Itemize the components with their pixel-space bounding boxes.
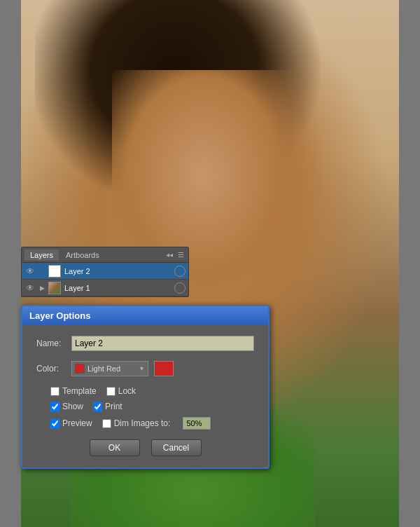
side-panel-right bbox=[399, 0, 420, 527]
name-row: Name: bbox=[36, 336, 254, 351]
preview-checkbox-item[interactable]: Preview bbox=[50, 418, 92, 428]
lock-checkbox[interactable] bbox=[106, 387, 115, 396]
layer-thumbnail bbox=[48, 282, 61, 294]
layer-name: Layer 2 bbox=[63, 267, 172, 275]
layer-row[interactable]: 👁 ▶ Layer 1 bbox=[22, 280, 188, 296]
lock-checkbox-item[interactable]: Lock bbox=[106, 386, 136, 396]
checkbox-row-show-print: Show Print bbox=[36, 402, 254, 411]
print-checkbox-item[interactable]: Print bbox=[93, 402, 122, 411]
template-checkbox-item[interactable]: Template bbox=[50, 386, 97, 396]
layers-panel-tabs: Layers Artboards bbox=[24, 249, 105, 261]
tab-artboards[interactable]: Artboards bbox=[60, 249, 105, 261]
layer-name-input[interactable] bbox=[71, 336, 254, 351]
layer-expand-icon[interactable]: ▶ bbox=[38, 284, 46, 292]
name-label: Name: bbox=[36, 338, 66, 348]
dialog-title: Layer Options bbox=[29, 310, 90, 321]
dialog-buttons: OK Cancel bbox=[36, 439, 254, 459]
layer-target-button[interactable] bbox=[174, 266, 186, 277]
preview-label: Preview bbox=[62, 418, 92, 428]
layers-panel-header: Layers Artboards ◂◂ ☰ bbox=[22, 247, 188, 263]
dim-images-label: Dim Images to: bbox=[114, 418, 171, 428]
color-label: Color: bbox=[36, 364, 66, 374]
template-label: Template bbox=[62, 386, 97, 396]
layer-panel-controls: ◂◂ ☰ bbox=[164, 250, 186, 260]
layer-visibility-icon[interactable]: 👁 bbox=[24, 282, 36, 294]
layer-row[interactable]: 👁 Layer 2 bbox=[22, 263, 188, 280]
layer-visibility-icon[interactable]: 👁 bbox=[24, 266, 36, 277]
panel-menu-button[interactable]: ☰ bbox=[176, 250, 186, 260]
panel-collapse-button[interactable]: ◂◂ bbox=[164, 250, 174, 260]
show-checkbox-item[interactable]: Show bbox=[50, 402, 83, 411]
cancel-button[interactable]: Cancel bbox=[151, 439, 202, 456]
color-name-text: Light Red bbox=[88, 364, 136, 373]
color-preview-box[interactable] bbox=[154, 361, 174, 376]
show-checkbox[interactable] bbox=[50, 402, 59, 411]
layers-list: 👁 Layer 2 👁 ▶ Layer 1 bbox=[22, 263, 188, 296]
dialog-body: Name: Color: Light Red ▼ Template bbox=[22, 324, 268, 467]
layers-panel: Layers Artboards ◂◂ ☰ 👁 Layer 2 👁 ▶ bbox=[21, 247, 189, 297]
lock-label: Lock bbox=[118, 386, 136, 396]
color-swatch-small bbox=[75, 364, 85, 374]
checkbox-row-template-lock: Template Lock bbox=[36, 386, 254, 396]
dim-value-input[interactable] bbox=[183, 417, 211, 430]
side-panel-left bbox=[0, 0, 21, 527]
color-dropdown[interactable]: Light Red ▼ bbox=[71, 361, 148, 376]
ok-button[interactable]: OK bbox=[90, 439, 140, 456]
template-checkbox[interactable] bbox=[50, 387, 59, 396]
canvas-area: Layers Artboards ◂◂ ☰ 👁 Layer 2 👁 ▶ bbox=[0, 0, 420, 527]
print-label: Print bbox=[105, 402, 122, 411]
dim-images-checkbox-item[interactable]: Dim Images to: bbox=[102, 418, 171, 428]
tab-layers[interactable]: Layers bbox=[24, 249, 59, 261]
color-row: Color: Light Red ▼ bbox=[36, 361, 254, 376]
dialog-titlebar: Layer Options bbox=[22, 306, 268, 324]
layer-target-button[interactable] bbox=[174, 282, 186, 294]
layer-options-dialog: Layer Options Name: Color: Light Red ▼ bbox=[21, 305, 270, 469]
preview-checkbox[interactable] bbox=[50, 419, 59, 428]
dropdown-arrow-icon: ▼ bbox=[139, 365, 145, 372]
print-checkbox[interactable] bbox=[93, 402, 102, 411]
checkbox-row-preview-dim: Preview Dim Images to: bbox=[36, 417, 254, 430]
layer-name: Layer 1 bbox=[63, 284, 172, 292]
layer-thumbnail bbox=[48, 265, 61, 278]
show-label: Show bbox=[62, 402, 83, 411]
dim-images-checkbox[interactable] bbox=[102, 419, 111, 428]
